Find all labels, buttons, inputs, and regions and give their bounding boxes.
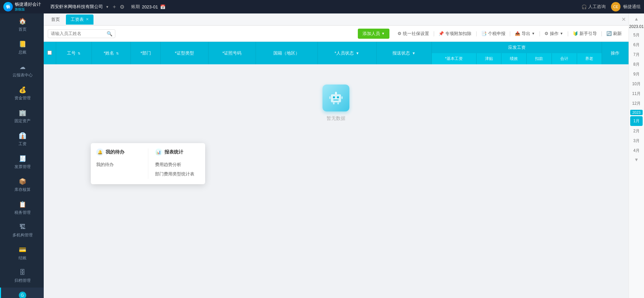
period-label: 账期 xyxy=(131,4,140,10)
sidebar-item-inventory[interactable]: 📦 库存核算 xyxy=(0,174,44,197)
guide-button[interactable]: 🔰 新手引导 xyxy=(570,29,600,38)
bonus-sub-header: 绩效 xyxy=(501,53,527,64)
refresh-button[interactable]: 🔄 刷新 xyxy=(604,29,624,38)
popup-pending-header: 🔔 我的待办 xyxy=(96,148,141,156)
deduct-sub-header: 扣款 xyxy=(527,53,552,64)
cert-num-header: *证照号码 xyxy=(208,42,256,64)
popup-menu: 🔔 我的待办 我的待办 📊 报表统计 费用趋势分析 部门费用类型统计表 xyxy=(91,143,205,184)
status-filter-icon[interactable]: ▼ xyxy=(356,51,359,55)
dept-header: *部门 xyxy=(131,42,161,64)
sidebar-item-salary[interactable]: 👔 工资 xyxy=(0,128,44,151)
timeline-item-mar[interactable]: 3月 xyxy=(629,136,644,146)
period-value: 2023-01 xyxy=(142,4,158,9)
operation-button[interactable]: ⚙ 操作 ▼ xyxy=(542,29,566,38)
pension-sub-header: 养老 xyxy=(577,53,602,64)
name-sort-icon[interactable]: ⇅ xyxy=(116,52,119,55)
company-dropdown-icon[interactable]: ▼ xyxy=(106,5,109,9)
add-company-icon[interactable]: ＋ xyxy=(112,3,117,10)
timeline-item-may[interactable]: 5月 xyxy=(629,30,644,40)
calendar-icon[interactable]: 📅 xyxy=(160,4,165,9)
operation-header: 操作 xyxy=(602,42,629,64)
xiaochang-icon: G xyxy=(19,292,26,298)
timeline-item-sep[interactable]: 9月 xyxy=(629,69,644,79)
sidebar-item-checkout[interactable]: 💳 结账 xyxy=(0,242,44,265)
report-filter-icon[interactable]: ▼ xyxy=(412,51,416,55)
tab-salary[interactable]: 工资表 ✕ xyxy=(66,14,93,25)
timeline-item-jun[interactable]: 6月 xyxy=(629,40,644,50)
timeline-down-arrow[interactable]: ▼ xyxy=(633,156,640,164)
empty-state: 暂无数据 xyxy=(44,64,629,142)
timeline-up-arrow[interactable]: ▲ xyxy=(633,15,640,23)
export-button[interactable]: 📤 导出 ▼ xyxy=(512,29,538,38)
add-person-button[interactable]: 添加人员 ▼ xyxy=(358,29,389,39)
popup-item-cost-trend[interactable]: 费用趋势分析 xyxy=(155,160,200,169)
timeline-item-dec[interactable]: 12月 xyxy=(629,99,644,108)
company-name: 西安虾米网络科技有限公司 xyxy=(50,4,103,10)
subsidy-sub-header: 津贴 xyxy=(476,53,501,64)
popup-item-my-pending[interactable]: 我的待办 xyxy=(96,160,141,169)
svg-rect-9 xyxy=(337,102,339,104)
logo-icon: 畅 xyxy=(3,2,13,11)
sidebar-item-archive[interactable]: 🗄 归档管理 xyxy=(0,265,44,288)
search-box: 🔍 xyxy=(48,29,115,38)
salary-icon: 👔 xyxy=(19,132,26,139)
search-input[interactable] xyxy=(51,31,105,36)
top-bar: 畅 畅捷通好会计 旗舰版 西安虾米网络科技有限公司 ▼ ＋ ⚙ 账期 2023-… xyxy=(0,0,644,13)
export-dropdown-icon: ▼ xyxy=(532,32,535,35)
sidebar-item-fund[interactable]: 💰 资金管理 xyxy=(0,82,44,105)
timeline-item-apr[interactable]: 4月 xyxy=(629,146,644,156)
social-security-button[interactable]: ⚙ 统一社保设置 xyxy=(395,29,432,38)
svg-rect-8 xyxy=(333,102,335,104)
sidebar-item-assets[interactable]: 🏢 固定资产 xyxy=(0,105,44,128)
pending-icon: 🔔 xyxy=(96,148,104,156)
avatar: CE xyxy=(611,2,620,11)
svg-rect-0 xyxy=(331,94,341,102)
tax-report-button[interactable]: 📑 个税申报 xyxy=(479,29,508,38)
svg-point-2 xyxy=(337,96,339,98)
sidebar-item-multi[interactable]: 🏗 多机构管理 xyxy=(0,220,44,242)
sidebar-item-xiaochang[interactable]: G 小畅报销 ◀ xyxy=(0,288,44,298)
sidebar-item-ledger[interactable]: 📒 总账 xyxy=(0,36,44,59)
tab-bar: 首页 工资表 ✕ ✕ xyxy=(44,13,629,26)
special-deduct-button[interactable]: 📌 专项附加扣除 xyxy=(436,29,474,38)
checkout-icon: 💳 xyxy=(19,246,26,254)
sidebar-item-tax[interactable]: 📋 税务管理 xyxy=(0,197,44,220)
svg-rect-6 xyxy=(329,96,331,99)
special-deduct-icon: 📌 xyxy=(439,31,444,36)
timeline-item-aug[interactable]: 8月 xyxy=(629,60,644,69)
empty-state-row: 暂无数据 xyxy=(44,64,629,142)
archive-icon: 🗄 xyxy=(20,269,26,276)
tab-close-icon[interactable]: ✕ xyxy=(86,17,89,22)
headset-icon: 🎧 xyxy=(581,4,587,9)
toolbar: 🔍 添加人员 ▼ ⚙ 统一社保设置 | 📌 专项附加扣除 | 📑 xyxy=(44,26,629,42)
company-settings-icon[interactable]: ⚙ xyxy=(120,4,124,10)
due-salary-header: 应发工资 xyxy=(432,42,602,53)
assets-icon: 🏢 xyxy=(19,109,26,117)
num-sort-icon[interactable]: ⇅ xyxy=(78,52,80,55)
timeline-item-jan[interactable]: 1月 xyxy=(630,116,643,126)
timeline-item-oct[interactable]: 10月 xyxy=(629,79,644,89)
sidebar-item-cloud[interactable]: ☁ 云报表中心 xyxy=(0,59,44,82)
consult-button[interactable]: 🎧 人工咨询 xyxy=(581,4,606,10)
popup-col-pending: 🔔 我的待办 我的待办 xyxy=(96,148,141,179)
timeline-year-2023: 2023 xyxy=(630,110,643,115)
timeline-item-nov[interactable]: 11月 xyxy=(629,89,644,99)
timeline-header: 2023.01 xyxy=(629,23,644,30)
company-area[interactable]: 西安虾米网络科技有限公司 ▼ ＋ ⚙ xyxy=(50,3,124,10)
top-right-area: 🎧 人工咨询 CE 畅捷通组 xyxy=(581,2,641,11)
timeline-item-jul[interactable]: 7月 xyxy=(629,50,644,60)
popup-col-reports: 📊 报表统计 费用趋势分析 部门费用类型统计表 xyxy=(155,148,200,179)
search-icon[interactable]: 🔍 xyxy=(107,31,112,36)
home-icon: 🏠 xyxy=(19,18,26,25)
timeline-item-feb[interactable]: 2月 xyxy=(629,126,644,136)
tab-home[interactable]: 首页 xyxy=(46,14,65,25)
select-all-checkbox[interactable] xyxy=(47,51,52,55)
user-area[interactable]: CE 畅捷通组 xyxy=(611,2,641,11)
popup-item-dept-cost[interactable]: 部门费用类型统计表 xyxy=(155,169,200,179)
refresh-icon: 🔄 xyxy=(606,31,612,36)
export-icon: 📤 xyxy=(515,31,520,36)
tax-icon: 📋 xyxy=(19,201,26,208)
sidebar-item-invoice[interactable]: 🧾 发票管理 xyxy=(0,151,44,174)
sidebar-item-home[interactable]: 🏠 首页 xyxy=(0,13,44,36)
tab-area-close-icon[interactable]: ✕ xyxy=(621,16,626,23)
